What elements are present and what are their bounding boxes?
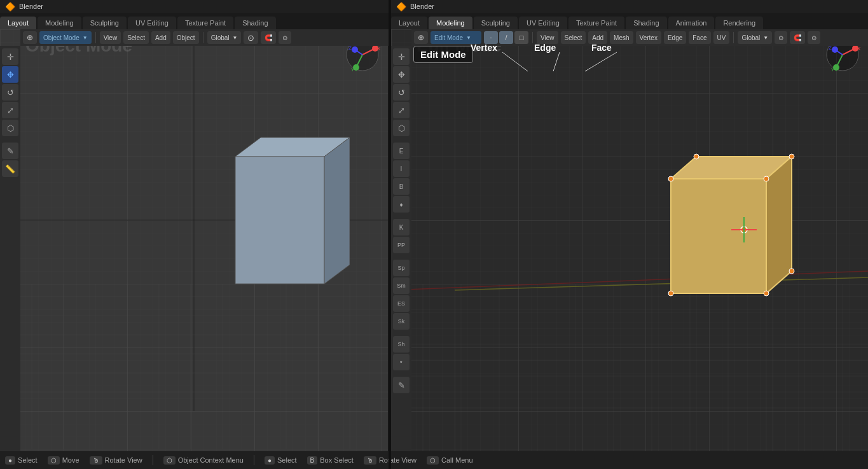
left-tool-transform[interactable]: ⬡	[2, 120, 18, 136]
right-tab-uv-editing[interactable]: UV Editing	[519, 17, 567, 29]
right-tool-spin[interactable]: Sp	[393, 260, 410, 276]
right-tool-to-sphere[interactable]: ⚬	[393, 354, 410, 370]
right-uv-menu[interactable]: UV	[713, 31, 730, 44]
svg-marker-60	[671, 179, 766, 293]
right-pivot-btn[interactable]: ⊙	[775, 31, 787, 44]
status-action-rotate-right: Rotate View	[379, 456, 417, 464]
right-vertex-menu[interactable]: Vertex	[636, 31, 661, 44]
left-tool-scale[interactable]: ⤢	[2, 102, 18, 118]
svg-marker-62	[766, 157, 792, 293]
right-tab-modeling[interactable]: Modeling	[429, 17, 472, 29]
status-key-context: ⬡	[163, 456, 176, 465]
right-tool-cursor[interactable]: ✛	[393, 48, 410, 65]
status-sep-2	[254, 455, 254, 465]
right-tool-edge-slide[interactable]: ES	[393, 295, 410, 312]
left-workspace-tabs: Layout Modeling Sculpting UV Editing Tex…	[0, 13, 389, 29]
right-view-menu[interactable]: View	[537, 31, 558, 44]
left-title-bar: 🔶 Blender	[0, 0, 389, 13]
left-tool-measure[interactable]: 📏	[2, 160, 18, 177]
right-tab-texture-paint[interactable]: Texture Paint	[568, 17, 624, 29]
right-tool-knife[interactable]: K	[393, 219, 410, 235]
left-add-menu[interactable]: Add	[151, 31, 170, 44]
status-left-select: ● Select	[5, 456, 38, 465]
left-tool-cursor[interactable]: ✛	[2, 48, 18, 65]
right-blender-logo: 🔶	[396, 2, 406, 11]
right-tab-animation[interactable]: Animation	[668, 17, 715, 29]
left-snap-btn[interactable]: 🧲	[261, 31, 276, 44]
svg-text:Z: Z	[348, 45, 352, 51]
right-tab-layout[interactable]: Layout	[391, 17, 427, 29]
status-key-lmb-right: ●	[265, 456, 275, 465]
right-edge-menu[interactable]: Edge	[664, 31, 686, 44]
left-side-toolbar: ✛ ✥ ↺ ⤢ ⬡ ✎ 📏	[0, 46, 20, 451]
right-title-bar: 🔶 Blender	[391, 0, 868, 13]
left-proportional-btn[interactable]: ⊙	[279, 31, 291, 44]
left-tab-uv-editing[interactable]: UV Editing	[128, 17, 176, 29]
right-snap-btn[interactable]: 🧲	[790, 31, 805, 44]
right-tool-smooth[interactable]: Sm	[393, 277, 410, 294]
right-tool-loop-cut[interactable]: ♦	[393, 196, 410, 213]
left-sep-2	[203, 32, 203, 43]
status-action-context: Object Context Menu	[178, 456, 244, 464]
right-window-title: Blender	[410, 3, 434, 10]
right-tab-sculpting[interactable]: Sculpting	[474, 17, 518, 29]
vertex-select-btn[interactable]: ·	[484, 31, 498, 44]
right-tab-rendering[interactable]: Rendering	[715, 17, 763, 29]
right-tool-transform[interactable]: ⬡	[393, 120, 410, 136]
left-transform-orient[interactable]: Global ▼	[207, 31, 242, 44]
right-tool-shear[interactable]: Sh	[393, 336, 410, 353]
left-tab-modeling[interactable]: Modeling	[38, 17, 81, 29]
left-tab-shading[interactable]: Shading	[235, 17, 275, 29]
right-tool-shrink[interactable]: Sk	[393, 313, 410, 330]
right-mode-label: Edit Mode	[434, 34, 463, 41]
right-select-menu[interactable]: Select	[561, 31, 586, 44]
status-action-move: Move	[62, 456, 79, 464]
left-gizmo-btn[interactable]: ⊕	[23, 31, 37, 44]
right-mesh-menu[interactable]: Mesh	[610, 31, 633, 44]
right-gizmo-btn[interactable]: ⊕	[414, 31, 428, 44]
left-tab-sculpting[interactable]: Sculpting	[83, 17, 127, 29]
left-cube	[223, 131, 350, 297]
left-tab-texture-paint[interactable]: Texture Paint	[177, 17, 233, 29]
viewport-divider[interactable]	[389, 0, 391, 469]
right-face-menu[interactable]: Face	[689, 31, 710, 44]
right-tool-rotate[interactable]: ↺	[393, 84, 410, 101]
svg-text:Y: Y	[831, 67, 835, 73]
right-mode-select[interactable]: Edit Mode ▼	[431, 31, 481, 44]
right-viewport: Edit Mode X Y Z	[391, 29, 868, 451]
left-pivot-btn[interactable]: ⊙	[244, 31, 258, 44]
svg-point-64	[764, 176, 769, 181]
left-object-menu[interactable]: Object	[173, 31, 199, 44]
right-tool-annotate2[interactable]: ✎	[393, 377, 410, 393]
status-action-select-right: Select	[277, 456, 297, 464]
right-tool-inset[interactable]: I	[393, 160, 410, 177]
right-transform-orient[interactable]: Global ▼	[738, 31, 772, 44]
status-key-move: ⬡	[48, 456, 60, 465]
face-select-btn[interactable]: □	[514, 31, 528, 44]
left-window-title: Blender	[19, 3, 43, 10]
right-tool-extrude[interactable]: E	[393, 143, 410, 159]
status-action-box: Box Select	[320, 456, 354, 464]
left-select-menu[interactable]: Select	[123, 31, 149, 44]
svg-point-63	[668, 176, 673, 181]
left-tab-layout[interactable]: Layout	[0, 17, 36, 29]
right-tool-bevel[interactable]: B	[393, 178, 410, 195]
right-tab-shading[interactable]: Shading	[626, 17, 666, 29]
status-action-rotate-left: Rotate View	[105, 456, 142, 464]
right-proportional-btn[interactable]: ⊙	[808, 31, 820, 44]
left-tool-annotate[interactable]: ✎	[2, 143, 18, 159]
status-action-call: Call Menu	[441, 456, 473, 464]
svg-point-66	[764, 291, 769, 296]
right-workspace-tabs: Layout Modeling Sculpting UV Editing Tex…	[391, 13, 868, 29]
right-add-menu[interactable]: Add	[588, 31, 607, 44]
left-view-menu[interactable]: View	[100, 31, 121, 44]
edge-select-btn[interactable]: /	[499, 31, 513, 44]
left-tool-rotate[interactable]: ↺	[2, 84, 18, 101]
left-mode-select[interactable]: Object Mode ▼	[39, 31, 92, 44]
right-mode-arrow: ▼	[466, 35, 471, 41]
right-tool-scale[interactable]: ⤢	[393, 102, 410, 118]
left-tool-move[interactable]: ✥	[2, 66, 18, 83]
svg-marker-24	[324, 137, 350, 284]
right-tool-move[interactable]: ✥	[393, 66, 410, 83]
right-tool-polypen[interactable]: PP	[393, 237, 410, 253]
